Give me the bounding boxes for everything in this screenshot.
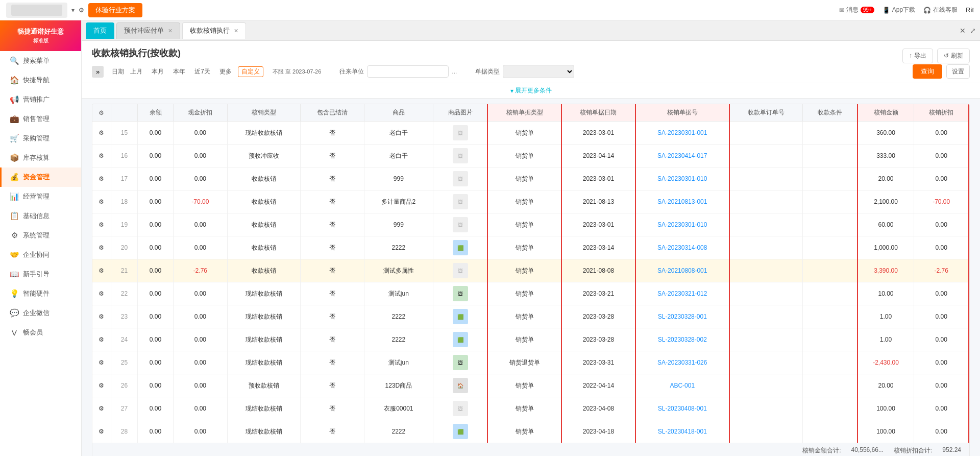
date-custom-btn[interactable]: 自定义 <box>238 66 263 77</box>
cell-balance: 0.00 <box>138 351 173 374</box>
cell-verify-no[interactable]: SA-20230331-026 <box>635 351 729 374</box>
cell-balance: 0.00 <box>138 328 173 351</box>
cell-settings[interactable]: ⚙ <box>92 213 111 236</box>
cell-verify-type: 收款核销 <box>227 213 300 236</box>
cell-settings[interactable]: ⚙ <box>92 305 111 328</box>
partner-input[interactable] <box>367 65 449 78</box>
cell-verify-no[interactable]: SA-20210813-001 <box>635 190 729 213</box>
sidebar-item-search[interactable]: 🔍 搜索菜单 <box>0 51 81 70</box>
tab-close-all-btn[interactable]: ✕ <box>960 27 966 35</box>
filter-expand-arrow-btn[interactable]: » <box>92 66 104 78</box>
sidebar-item-wechat[interactable]: 💬 企业微信 <box>0 303 81 323</box>
verify-no-link[interactable]: SA-20210808-001 <box>657 267 707 274</box>
verify-no-link[interactable]: SA-20230301-001 <box>657 129 707 136</box>
cell-balance: 0.00 <box>138 190 173 213</box>
cell-settings[interactable]: ⚙ <box>92 420 111 443</box>
cell-verify-no[interactable]: SA-20230414-017 <box>635 145 729 167</box>
date-tab-this-month[interactable]: 本月 <box>149 66 167 77</box>
sidebar-item-guide[interactable]: 📖 新手引导 <box>0 265 81 284</box>
date-tab-7days[interactable]: 近7天 <box>191 66 213 77</box>
verify-no-link[interactable]: SA-20230301-010 <box>657 175 707 182</box>
cell-verify-no[interactable]: SL-20230328-001 <box>635 305 729 328</box>
cell-verify-no[interactable]: SA-20210808-001 <box>635 259 729 282</box>
verify-no-link[interactable]: SA-20230314-008 <box>657 244 707 251</box>
sidebar-item-hardware[interactable]: 💡 智能硬件 <box>0 284 81 303</box>
cell-verify-no[interactable]: ABC-001 <box>635 374 729 397</box>
cell-settings[interactable]: ⚙ <box>92 351 111 374</box>
bill-type-select[interactable] <box>503 65 574 78</box>
expand-conditions-btn[interactable]: ▾ 展开更多条件 <box>510 86 552 95</box>
cell-verify-no[interactable]: SA-20230301-001 <box>635 122 729 145</box>
sidebar-item-purchase[interactable]: 🛒 采购管理 <box>0 129 81 148</box>
verify-no-link[interactable]: SA-20230321-012 <box>657 290 707 297</box>
cell-verify-no[interactable]: SA-20230321-012 <box>635 282 729 305</box>
verify-no-link[interactable]: ABC-001 <box>670 382 695 389</box>
sidebar-item-sales[interactable]: 💼 销售管理 <box>0 109 81 129</box>
verify-no-link[interactable]: SA-20230414-017 <box>657 152 707 159</box>
verify-no-link[interactable]: SA-20230301-010 <box>657 221 707 228</box>
verify-no-link[interactable]: SL-20230418-001 <box>658 428 707 435</box>
message-btn[interactable]: ✉ 消息 99+ <box>839 6 874 14</box>
cell-verify-no[interactable]: SA-20230301-010 <box>635 167 729 190</box>
sidebar-item-business[interactable]: 📊 经营管理 <box>0 187 81 206</box>
solution-btn[interactable]: 休验行业方案 <box>88 3 142 17</box>
chat-icon: 💬 <box>10 308 19 318</box>
query-btn[interactable]: 查询 <box>913 64 942 79</box>
cell-settings[interactable]: ⚙ <box>92 397 111 420</box>
tab-restore-btn[interactable]: ⤢ <box>970 27 976 35</box>
footer-verify-amount-total: 40,556,66... <box>851 446 884 455</box>
cell-settings[interactable]: ⚙ <box>92 167 111 190</box>
cell-verify-no[interactable]: SL-20230328-002 <box>635 328 729 351</box>
cell-settings[interactable]: ⚙ <box>92 328 111 351</box>
refresh-btn[interactable]: ↺ 刷新 <box>937 49 970 63</box>
cell-settings[interactable]: ⚙ <box>92 259 111 282</box>
cell-settings[interactable]: ⚙ <box>92 190 111 213</box>
cell-settings[interactable]: ⚙ <box>92 282 111 305</box>
cell-verify-no[interactable]: SA-20230301-010 <box>635 213 729 236</box>
settings-btn[interactable]: 设置 <box>946 64 970 79</box>
sidebar-item-finance[interactable]: 💰 资金管理 <box>0 167 81 187</box>
cell-seq: 27 <box>111 397 138 420</box>
sidebar-item-vip[interactable]: V 畅会员 <box>0 323 81 342</box>
sidebar-item-collab[interactable]: 🤝 企业协同 <box>0 245 81 265</box>
cell-settings[interactable]: ⚙ <box>92 236 111 259</box>
sidebar-item-label: 企业微信 <box>23 308 50 318</box>
verify-no-link[interactable]: SL-20230328-002 <box>658 336 707 343</box>
tab-home[interactable]: 首页 <box>86 22 114 39</box>
cell-goods-img: 🖼 <box>433 213 487 236</box>
date-tab-this-year[interactable]: 本年 <box>170 66 188 77</box>
cell-settings[interactable]: ⚙ <box>92 145 111 167</box>
dropdown-btn[interactable]: ▾ <box>71 7 75 14</box>
verify-no-link[interactable]: SA-20230331-026 <box>657 359 707 366</box>
sidebar-item-marketing[interactable]: 📢 营销推广 <box>0 90 81 109</box>
verify-no-link[interactable]: SL-20230408-001 <box>658 405 707 412</box>
tab-prepay[interactable]: 预付冲应付单 ✕ <box>116 22 180 39</box>
cell-verify-no[interactable]: SL-20230408-001 <box>635 397 729 420</box>
sidebar-brand-sub: 标准版 <box>33 37 48 44</box>
tab-prepay-close[interactable]: ✕ <box>168 28 173 34</box>
verify-no-link[interactable]: SA-20210813-001 <box>657 198 707 205</box>
cell-settings[interactable]: ⚙ <box>92 374 111 397</box>
verify-no-link[interactable]: SL-20230328-001 <box>658 313 707 320</box>
cell-verify-no[interactable]: SA-20230314-008 <box>635 236 729 259</box>
cell-receipt-cond <box>803 236 857 259</box>
cell-seq: 26 <box>111 374 138 397</box>
cell-verify-type: 收款核销 <box>227 190 300 213</box>
date-tab-more[interactable]: 更多 <box>216 66 235 77</box>
sidebar-item-system[interactable]: ⚙ 系统管理 <box>0 226 81 245</box>
date-tab-prev-month[interactable]: 上月 <box>127 66 145 77</box>
app-download-btn[interactable]: 📱 App下载 <box>883 6 915 14</box>
service-btn[interactable]: 🎧 在线客服 <box>923 6 958 14</box>
gear-btn[interactable]: ⚙ <box>79 7 84 14</box>
tab-receipt-close[interactable]: ✕ <box>234 28 238 34</box>
cell-settings[interactable]: ⚙ <box>92 122 111 145</box>
cell-verify-bill-type: 销货单 <box>487 145 561 167</box>
sidebar-item-basic[interactable]: 📋 基础信息 <box>0 206 81 226</box>
tab-receipt[interactable]: 收款核销执行 ✕ <box>182 22 246 39</box>
col-header-settings[interactable]: ⚙ <box>92 104 111 122</box>
cell-verify-no[interactable]: SL-20230418-001 <box>635 420 729 443</box>
export-btn[interactable]: ↑ 导出 <box>902 49 933 63</box>
sidebar-item-inventory[interactable]: 📦 库存核算 <box>0 148 81 167</box>
sidebar-item-nav[interactable]: 🏠 快捷导航 <box>0 70 81 90</box>
cell-verify-amount: -2,430.00 <box>857 351 914 374</box>
